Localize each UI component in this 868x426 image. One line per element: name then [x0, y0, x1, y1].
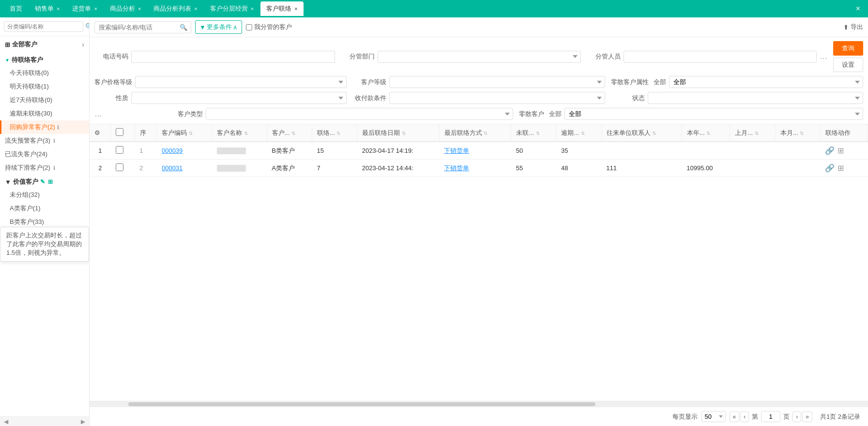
filter-retail-attr-select[interactable]: 全部	[669, 76, 863, 88]
col-name[interactable]: 客户名称 ⇅	[212, 124, 267, 142]
col-last-method[interactable]: 最后联络方式 ⇅	[439, 124, 511, 142]
row2-grid-icon[interactable]: ⊞	[838, 163, 844, 173]
sidebar-item-lost[interactable]: 已流失客户(24)	[0, 147, 89, 161]
sidebar-item-repurchase-abnormal[interactable]: 回购异常客户(2) ℹ	[0, 120, 89, 134]
sidebar-value-customer-section[interactable]: ▼ 价值客户 ✎ ⊞	[0, 175, 89, 188]
row1-checkbox[interactable]	[116, 146, 123, 154]
col-uncontacted[interactable]: 未联... ⇅	[511, 124, 556, 142]
col-last-date[interactable]: 最后联络日期 ⇅	[357, 124, 440, 142]
col-checkbox[interactable]	[111, 124, 135, 142]
filter-nature-select[interactable]	[131, 92, 347, 104]
all-customers-label: 全部客户	[12, 40, 37, 49]
row1-code[interactable]: 000039	[157, 142, 212, 160]
next-page-button[interactable]: ›	[792, 411, 801, 422]
last-page-button[interactable]: »	[802, 411, 812, 422]
col-last-month[interactable]: 上月... ⇅	[730, 124, 775, 142]
row4-ellipsis-icon[interactable]: …	[94, 110, 102, 118]
repurchase-info-icon[interactable]: ℹ	[57, 124, 59, 131]
sidebar-item-class-a[interactable]: A类客户(1)	[0, 202, 89, 215]
col-settings[interactable]: ⚙	[90, 124, 111, 142]
nav-tab-product-list-close[interactable]: ×	[194, 6, 197, 12]
person-ellipsis-icon[interactable]: …	[820, 52, 827, 61]
nav-tab-customer-contact[interactable]: 客户联络 ×	[260, 1, 303, 16]
nav-tab-product-list[interactable]: 商品分析列表 ×	[148, 1, 203, 16]
sidebar-item-tomorrow[interactable]: 明天待联络(1)	[0, 80, 89, 93]
sidebar-item-lost-pre[interactable]: 流失预警客户(3) ℹ	[0, 134, 89, 147]
nav-tab-purchase[interactable]: 进货单 ×	[66, 1, 103, 16]
filter-dept-select[interactable]	[378, 51, 581, 63]
sidebar-collapse-icon[interactable]: ›	[82, 41, 84, 48]
per-page-select[interactable]: 50 20 100	[701, 411, 726, 422]
col-grade[interactable]: 客户... ⇅	[267, 124, 312, 142]
sidebar-arrow-right[interactable]: ▶	[81, 418, 85, 425]
filter-person: 分管人员 …	[587, 51, 827, 63]
row2-code[interactable]: 000031	[157, 160, 212, 177]
sidebar-item-overdue[interactable]: 逾期未联络(30)	[0, 107, 89, 120]
row1-checkbox-cell[interactable]	[111, 142, 135, 160]
nav-tab-purchase-close[interactable]: ×	[94, 6, 97, 12]
horizontal-scrollbar[interactable]	[90, 401, 868, 407]
my-customers-checkbox-label[interactable]: 我分管的客户	[246, 23, 292, 31]
prev-page-button[interactable]: ‹	[740, 411, 749, 422]
value-customer-edit-icon[interactable]: ✎	[40, 178, 45, 185]
filter-payment-select[interactable]	[389, 92, 605, 104]
sidebar-item-unclassified[interactable]: 未分组(32)	[0, 188, 89, 202]
row1-link-icon[interactable]: 🔗	[825, 146, 835, 155]
my-customers-checkbox[interactable]	[246, 24, 252, 30]
col-this-month[interactable]: 本月... ⇅	[775, 124, 820, 142]
table-header-row: ⚙ 序 客户编码 ⇅ 客户名称 ⇅	[90, 124, 868, 142]
lost-pre-info-icon[interactable]: ℹ	[53, 138, 55, 144]
nav-tab-customer-mgmt[interactable]: 客户分层经营 ×	[204, 1, 259, 16]
export-button[interactable]: ⬆ 导出	[843, 23, 863, 31]
filter-customer-grade-select[interactable]	[389, 76, 605, 88]
search-icon[interactable]: 🔍	[180, 24, 187, 31]
nav-close-all[interactable]: ×	[852, 4, 864, 13]
nav-tab-product-analysis[interactable]: 商品分析 ×	[104, 1, 147, 16]
more-conditions-button[interactable]: ▼ 更多条件 ∧	[195, 20, 242, 34]
horizontal-scroll-thumb[interactable]	[128, 402, 595, 406]
col-this-year[interactable]: 本年... ⇅	[682, 124, 730, 142]
sidebar-pending-contact-section[interactable]: ▼ 待联络客户	[0, 53, 89, 66]
row2-this-month	[775, 160, 820, 177]
col-contact-count[interactable]: 联络... ⇅	[312, 124, 357, 142]
row2-checkbox-cell[interactable]	[111, 160, 135, 177]
sidebar-all-customers[interactable]: ⊞ 全部客户 ›	[0, 36, 89, 53]
row1-grid-icon[interactable]: ⊞	[838, 146, 844, 155]
nav-tab-home[interactable]: 首页	[4, 1, 28, 16]
row2-checkbox[interactable]	[116, 163, 123, 171]
query-button[interactable]: 查询	[833, 41, 863, 56]
declining-info-icon[interactable]: ℹ	[53, 165, 55, 171]
filter-person-input[interactable]	[624, 51, 817, 63]
sidebar-arrow-left[interactable]: ◀	[4, 418, 8, 425]
search-input[interactable]	[94, 21, 191, 33]
col-code[interactable]: 客户编码 ⇅	[157, 124, 212, 142]
col-settings-icon[interactable]: ⚙	[94, 129, 100, 136]
select-all-checkbox[interactable]	[116, 128, 123, 136]
sidebar-search-icon[interactable]: 🔍	[85, 23, 90, 30]
sidebar-item-today[interactable]: 今天待联络(0)	[0, 66, 89, 80]
col-contact-person[interactable]: 往来单位联系人 ⇅	[601, 124, 682, 142]
row2-link-icon[interactable]: 🔗	[825, 163, 835, 173]
nav-tab-customer-contact-close[interactable]: ×	[294, 6, 297, 12]
row1-overdue: 35	[556, 142, 601, 160]
settings-button[interactable]: 设置	[833, 58, 863, 72]
row2-last-method[interactable]: 下销货单	[439, 160, 511, 177]
nav-tab-sales[interactable]: 销售单 ×	[29, 1, 65, 16]
sidebar-item-7days[interactable]: 近7天待联络(0)	[0, 93, 89, 107]
nav-tab-product-analysis-close[interactable]: ×	[138, 6, 141, 12]
filter-customer-type-select[interactable]	[206, 108, 513, 120]
first-page-button[interactable]: «	[730, 411, 740, 422]
filter-retail-customer-select[interactable]: 全部	[564, 108, 863, 120]
nav-tab-sales-close[interactable]: ×	[57, 6, 60, 12]
col-grade-sort-icon: ⇅	[291, 131, 295, 136]
row1-last-method[interactable]: 下销货单	[439, 142, 511, 160]
filter-status-select[interactable]	[648, 92, 863, 104]
col-overdue[interactable]: 逾期... ⇅	[556, 124, 601, 142]
nav-tab-customer-mgmt-close[interactable]: ×	[251, 6, 254, 12]
filter-price-grade-select[interactable]	[135, 76, 347, 88]
page-number-input[interactable]	[761, 411, 780, 422]
sidebar-search-input[interactable]	[4, 21, 83, 32]
value-customer-edit2-icon[interactable]: ⊞	[48, 178, 53, 185]
filter-phone-input[interactable]	[131, 51, 335, 63]
sidebar-item-declining[interactable]: 持续下滑客户(2) ℹ	[0, 161, 89, 175]
